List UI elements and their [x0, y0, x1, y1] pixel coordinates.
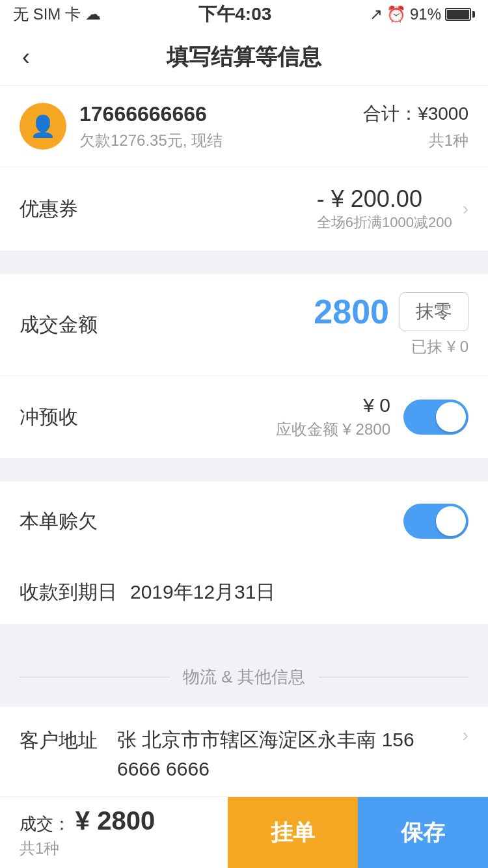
- debt-toggle-knob: [436, 506, 466, 536]
- debt-section: 本单赊欠 收款到期日 2019年12月31日: [0, 481, 488, 624]
- customer-sub: 欠款1276.35元, 现结: [79, 130, 223, 151]
- bottom-deal-label: 成交：: [20, 814, 70, 834]
- status-right: ↗ ⏰ 91%: [370, 5, 475, 23]
- section-divider-2: [0, 468, 488, 481]
- alarm-icon: ⏰: [386, 5, 406, 23]
- prepay-sub: 应收金额 ¥ 2800: [276, 419, 390, 440]
- status-time: 下午4:03: [198, 2, 271, 27]
- debt-toggle[interactable]: [403, 504, 468, 539]
- avatar: 👤: [20, 103, 66, 150]
- chevron-right-icon: ›: [463, 198, 468, 219]
- due-date-row: 收款到期日 2019年12月31日: [0, 561, 488, 624]
- bottom-bar: 成交： ¥ 2800 共1种 挂单 保存: [0, 796, 488, 868]
- toggle-knob: [436, 402, 466, 432]
- deal-amount: 2800: [314, 292, 389, 331]
- logistics-header: 物流 & 其他信息: [0, 647, 488, 707]
- prepay-row: 冲预收 ¥ 0 应收金额 ¥ 2800: [0, 376, 488, 458]
- content: 👤 17666666666 欠款1276.35元, 现结 合计：¥3000 共1…: [0, 86, 488, 868]
- coupon-discount: - ¥ 200.00: [317, 185, 452, 213]
- sim-wifi-indicator: 无 SIM 卡 ☁: [13, 4, 101, 25]
- location-icon: ↗: [370, 5, 383, 23]
- status-bar: 无 SIM 卡 ☁ 下午4:03 ↗ ⏰ 91%: [0, 0, 488, 29]
- customer-card: 👤 17666666666 欠款1276.35元, 现结 合计：¥3000 共1…: [0, 86, 488, 251]
- customer-details: 17666666666 欠款1276.35元, 现结: [79, 102, 223, 151]
- divider-line-right: [318, 677, 468, 677]
- status-left: 无 SIM 卡 ☁: [13, 4, 101, 25]
- total-amount: 合计：¥3000: [363, 102, 468, 126]
- bottom-summary: 成交： ¥ 2800 共1种: [0, 806, 228, 859]
- deal-sub: 已抹 ¥ 0: [411, 336, 468, 357]
- prepay-label: 冲预收: [20, 404, 78, 431]
- address-value: 张 北京市市辖区海淀区永丰南 156 6666 6666: [117, 725, 459, 783]
- deal-value-area: 2800 抹零 已抹 ¥ 0: [314, 292, 468, 357]
- coupon-label: 优惠券: [20, 196, 78, 223]
- save-button[interactable]: 保存: [358, 797, 488, 869]
- coupon-row[interactable]: 优惠券 - ¥ 200.00 全场6折满1000减200 ›: [0, 167, 488, 251]
- hold-button[interactable]: 挂单: [228, 797, 358, 869]
- deal-label: 成交金额: [20, 312, 98, 338]
- customer-phone: 17666666666: [79, 102, 223, 126]
- page-title: 填写结算等信息: [167, 42, 321, 72]
- total-count: 共1种: [363, 130, 468, 151]
- address-row[interactable]: 客户地址 张 北京市市辖区海淀区永丰南 156 6666 6666 ›: [0, 707, 488, 802]
- battery-percent: 91%: [410, 5, 441, 23]
- due-date-label: 收款到期日: [20, 579, 117, 606]
- coupon-desc: 全场6折满1000减200: [317, 213, 452, 232]
- battery-icon: [445, 8, 475, 21]
- divider-line-left: [20, 677, 170, 677]
- deal-amount-row: 成交金额 2800 抹零 已抹 ¥ 0: [0, 274, 488, 376]
- bottom-total-line: 成交： ¥ 2800: [20, 806, 208, 835]
- address-chevron-icon: ›: [463, 725, 468, 746]
- debt-row: 本单赊欠: [0, 481, 488, 561]
- coupon-right: - ¥ 200.00 全场6折满1000减200 ›: [317, 185, 468, 232]
- bottom-total-amount: ¥ 2800: [75, 806, 155, 835]
- coupon-info: - ¥ 200.00 全场6折满1000减200: [317, 185, 452, 232]
- deal-section: 成交金额 2800 抹零 已抹 ¥ 0 冲预收 ¥ 0 应收金额 ¥ 2800: [0, 274, 488, 458]
- customer-total: 合计：¥3000 共1种: [363, 102, 468, 151]
- customer-left: 👤 17666666666 欠款1276.35元, 现结: [20, 102, 223, 151]
- prepay-toggle[interactable]: [403, 400, 468, 435]
- debt-label: 本单赊欠: [20, 508, 98, 535]
- section-divider-3: [0, 634, 488, 647]
- nav-header: ‹ 填写结算等信息: [0, 29, 488, 86]
- avatar-icon: 👤: [30, 114, 56, 139]
- due-date-value: 2019年12月31日: [130, 579, 275, 606]
- back-button[interactable]: ‹: [16, 37, 36, 77]
- customer-info-row: 👤 17666666666 欠款1276.35元, 现结 合计：¥3000 共1…: [0, 86, 488, 167]
- section-divider-1: [0, 261, 488, 274]
- address-label: 客户地址: [20, 725, 98, 754]
- prepay-amount: ¥ 0: [276, 394, 390, 416]
- logistics-text: 物流 & 其他信息: [183, 666, 305, 688]
- round-button[interactable]: 抹零: [400, 292, 468, 331]
- bottom-count: 共1种: [20, 838, 208, 859]
